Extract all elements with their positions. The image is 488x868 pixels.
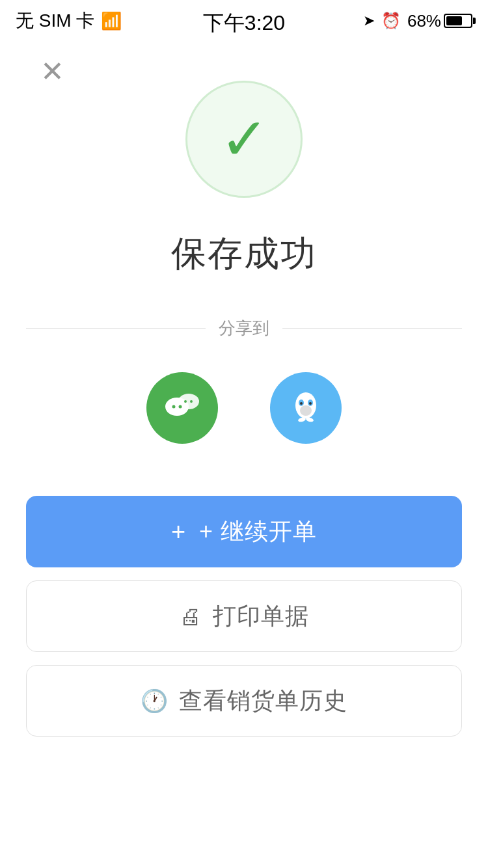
wechat-icon — [161, 387, 204, 429]
history-button[interactable]: 🕐 查看销货单历史 — [26, 665, 462, 737]
battery-icon — [444, 14, 472, 28]
print-button[interactable]: 🖨 打印单据 — [26, 580, 462, 652]
share-divider: 分享到 — [26, 317, 462, 340]
wifi-icon: 📶 — [101, 11, 122, 31]
share-icons — [26, 372, 462, 444]
main-content: ✓ 保存成功 分享到 — [0, 42, 488, 737]
continue-order-label: + 继续开单 — [199, 516, 317, 548]
svg-point-10 — [309, 402, 312, 405]
share-line-right — [282, 328, 462, 329]
wechat-share-button[interactable] — [146, 372, 218, 444]
success-title: 保存成功 — [171, 230, 317, 278]
history-icon: 🕐 — [141, 688, 169, 714]
svg-point-5 — [190, 400, 193, 403]
qq-icon — [285, 387, 327, 429]
status-left: 无 SIM 卡 📶 — [16, 8, 122, 33]
share-section: 分享到 — [0, 317, 488, 496]
print-label: 打印单据 — [213, 601, 309, 632]
svg-point-2 — [172, 405, 175, 408]
alarm-icon: ⏰ — [381, 12, 401, 30]
qq-share-button[interactable] — [270, 372, 342, 444]
continue-order-button[interactable]: + + 继续开单 — [26, 496, 462, 567]
svg-point-3 — [178, 405, 182, 408]
action-buttons: + + 继续开单 🖨 打印单据 🕐 查看销货单历史 — [0, 496, 488, 737]
battery-percent: 68% — [407, 11, 441, 31]
success-circle: ✓ — [185, 81, 303, 198]
status-bar: 无 SIM 卡 📶 下午3:20 ➤ ⏰ 68% — [0, 0, 488, 42]
history-label: 查看销货单历史 — [179, 685, 347, 717]
svg-point-9 — [300, 402, 303, 405]
svg-point-4 — [184, 400, 187, 403]
print-icon: 🖨 — [180, 604, 202, 629]
status-right: ➤ ⏰ 68% — [363, 11, 472, 31]
close-icon: ✕ — [40, 57, 64, 86]
checkmark-icon: ✓ — [220, 110, 269, 169]
close-button[interactable]: ✕ — [33, 52, 72, 91]
status-time: 下午3:20 — [203, 9, 285, 38]
svg-point-14 — [300, 405, 312, 416]
location-icon: ➤ — [363, 12, 375, 29]
battery-container: 68% — [407, 11, 472, 31]
share-label: 分享到 — [206, 317, 282, 340]
share-line-left — [26, 328, 206, 329]
plus-icon: + — [171, 518, 186, 546]
no-sim-label: 无 SIM 卡 — [16, 8, 94, 33]
